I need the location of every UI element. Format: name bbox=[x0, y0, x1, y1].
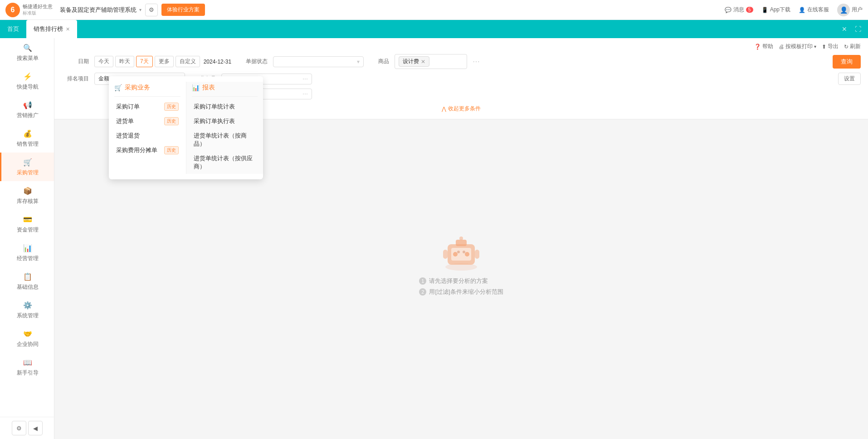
popup-report-po-exec[interactable]: 采购订单执行表 bbox=[192, 114, 258, 128]
date-more-btn[interactable]: 更多 bbox=[155, 56, 174, 67]
empty-hint-container: 1 请先选择要分析的方案 2 用[过滤]条件来缩小分析范围 bbox=[419, 277, 503, 296]
logo-text: 畅捷通好生意 bbox=[23, 3, 53, 10]
sidebar-item-marketing[interactable]: 📢 营销推广 bbox=[0, 95, 54, 124]
messages-badge: 5 bbox=[746, 7, 753, 13]
popup-purchase-cost[interactable]: 采购费用分摊单 历史 bbox=[114, 143, 180, 158]
date-custom-btn[interactable]: 自定义 bbox=[176, 56, 200, 67]
sidebar-settings-button[interactable]: ⚙ bbox=[12, 421, 26, 435]
refresh-icon: ↻ bbox=[844, 44, 848, 50]
sidebar-item-collab[interactable]: 🤝 企业协同 bbox=[0, 324, 54, 353]
doc-status-value bbox=[277, 59, 355, 65]
print-dropdown-icon[interactable]: ▾ bbox=[814, 44, 816, 49]
collapse-up-icon: ⋀ bbox=[442, 106, 446, 112]
industry-solution-button[interactable]: 体验行业方案 bbox=[161, 4, 205, 16]
messages-button[interactable]: 💬 消息 5 bbox=[725, 6, 753, 14]
sidebar-item-inventory[interactable]: 📦 库存核算 bbox=[0, 181, 54, 210]
purchase-dropdown-popup: 🛒 采购业务 采购订单 历史 进货单 历史 进货退货 bbox=[109, 76, 263, 179]
popup-purchase-order[interactable]: 采购订单 历史 bbox=[114, 99, 180, 114]
history-badge-1: 历史 bbox=[164, 117, 179, 125]
dropdown-arrow-icon[interactable]: ▾ bbox=[139, 7, 141, 12]
online-service-button[interactable]: 👤 在线客服 bbox=[799, 6, 829, 14]
empty-hint-2: 2 用[过滤]条件来缩小分析范围 bbox=[419, 288, 503, 296]
sidebar-collapse-button[interactable]: ◀ bbox=[28, 421, 43, 435]
management-icon: 📊 bbox=[23, 243, 33, 253]
sidebar-bottom: ⚙ ◀ bbox=[0, 417, 54, 439]
app-download-button[interactable]: 📱 App下载 bbox=[761, 6, 790, 14]
message-icon: 💬 bbox=[725, 7, 731, 13]
print-button[interactable]: 🖨 按模板打印 ▾ bbox=[779, 43, 816, 50]
collab-icon: 🤝 bbox=[23, 329, 33, 339]
popup-grid: 🛒 采购业务 采购订单 历史 进货单 历史 进货退货 bbox=[109, 82, 263, 174]
service-icon: 👤 bbox=[799, 7, 805, 13]
basic-info-icon: 📋 bbox=[23, 271, 33, 281]
phone-icon: 📱 bbox=[761, 7, 768, 13]
sidebar-item-system[interactable]: ⚙️ 系统管理 bbox=[0, 296, 54, 324]
popup-report-inbound-by-goods[interactable]: 进货单统计表（按商品） bbox=[192, 128, 258, 151]
goods-more-options-icon[interactable]: ⋯ bbox=[473, 57, 480, 66]
goods-tag-close-icon[interactable]: ✕ bbox=[421, 59, 425, 65]
system-icon: ⚙️ bbox=[23, 300, 33, 310]
user-menu-button[interactable]: 👤 用户 bbox=[837, 4, 863, 16]
sidebar-item-sales[interactable]: 💰 销售管理 bbox=[0, 124, 54, 153]
purchase-icon: 🛒 bbox=[23, 157, 33, 167]
empty-illustration bbox=[439, 226, 484, 271]
date-yesterday-btn[interactable]: 昨天 bbox=[115, 56, 134, 67]
set-button[interactable]: 设置 bbox=[838, 73, 861, 85]
sidebar-item-purchase[interactable]: 🛒 采购管理 bbox=[0, 153, 54, 181]
svg-rect-5 bbox=[456, 240, 467, 246]
popup-purchase-col: 🛒 采购业务 采购订单 历史 进货单 历史 进货退货 bbox=[109, 82, 186, 174]
sidebar-item-search[interactable]: 🔍 搜索菜单 bbox=[0, 38, 54, 67]
query-button[interactable]: 查询 bbox=[833, 55, 861, 69]
sidebar-item-nav[interactable]: ⚡ 快捷导航 bbox=[0, 67, 54, 95]
main-layout: 🔍 搜索菜单 ⚡ 快捷导航 📢 营销推广 💰 销售管理 🛒 采购管理 📦 库存核… bbox=[0, 38, 868, 439]
report-title-icon: 📊 bbox=[192, 84, 200, 91]
tab-close-all-icon[interactable]: ✕ bbox=[838, 23, 851, 35]
top-header: 6 畅捷通好生意 标准版 装备及固定资产辅助管理系统 ▾ ⚙ 体验行业方案 💬 … bbox=[0, 0, 868, 20]
svg-rect-7 bbox=[443, 250, 448, 259]
staff-more-icon[interactable]: ⋯ bbox=[302, 76, 308, 82]
tab-sales-ranking[interactable]: 销售排行榜 ✕ bbox=[26, 20, 77, 38]
logo-area: 6 畅捷通好生意 标准版 bbox=[5, 3, 60, 17]
tab-fullscreen-icon[interactable]: ⛶ bbox=[852, 23, 864, 35]
popup-report-po-stats[interactable]: 采购订单统计表 bbox=[192, 99, 258, 114]
date-today-btn[interactable]: 今天 bbox=[94, 56, 113, 67]
tab-bar: 首页 销售排行榜 ✕ ✕ ⛶ bbox=[0, 20, 868, 38]
popup-report-title: 📊 报表 bbox=[192, 82, 258, 97]
popup-return-goods[interactable]: 进货退货 bbox=[114, 128, 180, 143]
sidebar-item-management[interactable]: 📊 经营管理 bbox=[0, 238, 54, 267]
goods-select[interactable]: 设计费 ✕ bbox=[395, 54, 467, 69]
doc-status-label: 单据状态 bbox=[246, 58, 268, 65]
search-icon: 🔍 bbox=[23, 43, 33, 53]
export-button[interactable]: ⬆ 导出 bbox=[822, 43, 839, 50]
header-settings-button[interactable]: ⚙ bbox=[145, 4, 158, 16]
filter-row-2: 日期 今天 昨天 7天 更多 自定义 2024-12-31 单据状态 ▾ 商品 bbox=[62, 54, 861, 69]
popup-report-inbound-by-supplier[interactable]: 进货单统计表（按供应商） bbox=[192, 151, 258, 174]
inventory-icon: 📦 bbox=[23, 186, 33, 196]
export-icon: ⬆ bbox=[822, 44, 826, 50]
refresh-button[interactable]: ↻ 刷新 bbox=[844, 43, 861, 50]
svg-rect-8 bbox=[475, 250, 479, 259]
date-range-selector: 今天 昨天 7天 更多 自定义 2024-12-31 bbox=[94, 56, 231, 67]
doc-status-dropdown-icon: ▾ bbox=[357, 59, 360, 65]
sidebar-item-basic-info[interactable]: 📋 基础信息 bbox=[0, 267, 54, 296]
svg-point-3 bbox=[453, 252, 458, 256]
sidebar-item-guide[interactable]: 📖 新手引导 bbox=[0, 353, 54, 381]
tab-home[interactable]: 首页 bbox=[0, 20, 26, 38]
tab-close-icon[interactable]: ✕ bbox=[66, 26, 70, 32]
popup-inbound-order[interactable]: 进货单 历史 bbox=[114, 114, 180, 128]
history-badge-0: 历史 bbox=[164, 103, 179, 111]
empty-robot-svg bbox=[439, 226, 484, 271]
help-button[interactable]: ❓ 帮助 bbox=[754, 43, 773, 50]
history-badge-3: 历史 bbox=[164, 146, 179, 154]
logo-badge: 标准版 bbox=[23, 10, 53, 16]
sidebar-item-finance[interactable]: 💳 资金管理 bbox=[0, 210, 54, 238]
finance-icon: 💳 bbox=[23, 214, 33, 224]
system-name: 装备及固定资产辅助管理系统 ▾ bbox=[60, 6, 141, 14]
purchase-title-icon: 🛒 bbox=[114, 84, 122, 91]
customer-more-icon[interactable]: ⋯ bbox=[302, 91, 308, 97]
nav-icon: ⚡ bbox=[23, 71, 33, 81]
logo-icon: 6 bbox=[5, 3, 20, 17]
popup-report-col: 📊 报表 采购订单统计表 采购订单执行表 进货单统计表（按商品） 进货单统计表（… bbox=[186, 82, 263, 174]
doc-status-select[interactable]: ▾ bbox=[273, 56, 364, 67]
date-7days-btn[interactable]: 7天 bbox=[136, 56, 153, 67]
